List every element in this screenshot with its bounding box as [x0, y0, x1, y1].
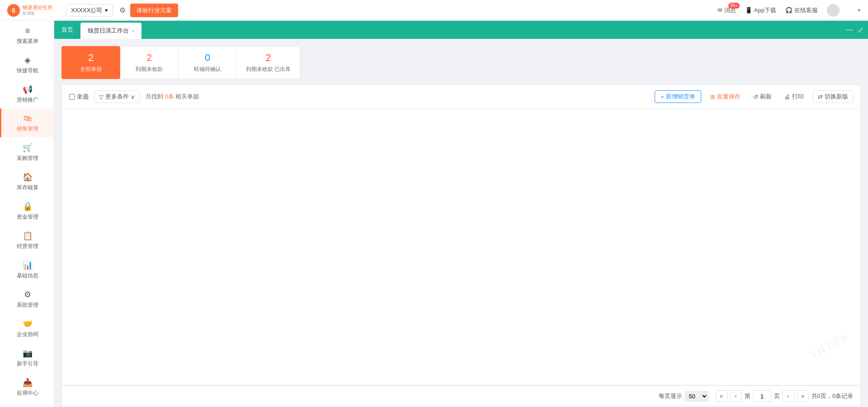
toolbar: 全选 ▽ 更多条件 ∨ 共找到 0条 相关单据 +	[61, 84, 861, 109]
sidebar-item-guide[interactable]: 📷 新手引导	[0, 343, 54, 372]
tab-home[interactable]: 首页	[54, 21, 80, 39]
tab-active[interactable]: 钱货日清工作台 ×	[80, 23, 142, 39]
logo-icon: 6	[7, 4, 20, 17]
sidebar-item-sales[interactable]: 🛍 销售管理	[0, 108, 54, 137]
select-all-input[interactable]	[69, 94, 75, 100]
sidebar-icon-inventory: 🏠	[23, 172, 33, 182]
sidebar-icon-marketing: 📢	[23, 84, 33, 94]
sidebar-item-inventory[interactable]: 🏠 库存核算	[0, 167, 54, 196]
stat-number-overdue: 2	[129, 52, 169, 64]
sidebar-item-app-center[interactable]: 📥 应用中心	[0, 372, 54, 402]
sidebar-item-enterprise[interactable]: 🤝 企业协同	[0, 313, 54, 343]
sidebar-item-search-menu[interactable]: ≡ 搜索菜单	[0, 21, 54, 50]
tab-bar: 首页 钱货日清工作台 × — ⤢	[54, 21, 868, 39]
switch-label: 切换新版	[825, 93, 848, 101]
sidebar-icon-operations: 📋	[23, 231, 33, 241]
tab-expand-icon[interactable]: ⤢	[858, 26, 863, 34]
sidebar-label-sales: 销售管理	[17, 125, 38, 133]
batch-label: 批量操作	[717, 93, 741, 101]
sidebar-icon-guide: 📷	[23, 348, 33, 358]
sidebar-icon-system: ⚙	[24, 290, 31, 299]
tab-minimize-icon[interactable]: —	[846, 26, 853, 34]
headset-icon: 🎧	[785, 7, 793, 14]
online-service-action[interactable]: 🎧 在线客服	[785, 6, 818, 14]
found-count: 0条	[165, 93, 174, 100]
print-btn[interactable]: 🖨 打印	[781, 91, 807, 103]
sidebar-icon-app-center: 📥	[23, 378, 33, 388]
sidebar-icon-search-menu: ≡	[25, 26, 30, 36]
stat-card-all[interactable]: 2 全部单据	[61, 46, 120, 79]
page-label: 第	[745, 392, 750, 400]
sidebar-item-purchase[interactable]: 🛒 采购管理	[0, 137, 54, 167]
stat-label-overdue-shipped: 到期未收款 已出库	[246, 65, 291, 73]
toolbar-right: + 新增销货单 ⊞ 批量操作 ↺ 刷新 🖨 打印	[655, 90, 853, 103]
page-end-label: 页	[774, 392, 780, 400]
avatar[interactable]	[827, 4, 840, 17]
new-sale-btn[interactable]: + 新增销货单	[655, 90, 701, 103]
experience-btn[interactable]: 体验行业方案	[130, 4, 178, 17]
new-sale-label: 新增销货单	[666, 93, 695, 101]
page-prev-btn[interactable]: ‹	[730, 390, 742, 402]
refresh-label: 刷新	[760, 93, 772, 101]
chevron-down-icon-user[interactable]: ▾	[858, 7, 861, 14]
company-name: XXXXX公司	[71, 6, 102, 14]
header-right: ✉ 消息 99+ 📱 App下载 🎧 在线客服 ▾	[717, 4, 861, 17]
switch-version-btn[interactable]: ⇄ 切换新版	[813, 90, 853, 103]
main-content: 首页 钱货日清工作台 × — ⤢ 2 全部单据 2 到期未收款	[54, 21, 868, 407]
message-badge: 99+	[728, 3, 740, 9]
filter-btn[interactable]: ▽ 更多条件 ∨	[94, 90, 140, 103]
stat-card-pending[interactable]: 0 旺铺待确认	[178, 46, 237, 79]
page-next-btn[interactable]: ›	[783, 390, 794, 402]
sidebar-item-finance[interactable]: 🔒 资金管理	[0, 196, 54, 225]
app-download-action[interactable]: 📱 App下载	[745, 6, 776, 14]
page-input[interactable]	[753, 390, 771, 402]
sidebar-label-app-center: 应用中心	[17, 389, 38, 397]
sidebar-item-base-info[interactable]: 📊 基础信息	[0, 255, 54, 284]
tab-close-icon[interactable]: ×	[132, 28, 134, 33]
pagination-bar: 每页显示 10 20 50 100 « ‹ 第 页 › » 共	[61, 385, 861, 407]
tab-bar-actions: — ⤢	[846, 26, 868, 34]
per-page-selector: 每页显示 10 20 50 100	[659, 391, 708, 402]
logo-tag: 标准版	[23, 10, 52, 16]
settings-icon[interactable]: ⚙	[119, 6, 126, 14]
company-selector[interactable]: XXXXX公司 ▾	[66, 4, 113, 17]
sidebar-label-finance: 资金管理	[17, 213, 38, 221]
sidebar-item-quick-nav[interactable]: ◈ 快捷导航	[0, 50, 54, 79]
print-icon: 🖨	[784, 94, 790, 100]
chevron-down-icon: ▾	[105, 7, 108, 14]
app-download-icon: 📱	[745, 7, 752, 14]
page-last-btn[interactable]: »	[797, 390, 809, 402]
message-action[interactable]: ✉ 消息 99+	[717, 6, 736, 14]
stat-card-overdue[interactable]: 2 到期未收款	[120, 46, 179, 79]
stat-number-all: 2	[71, 52, 111, 64]
toolbar-left: 全选 ▽ 更多条件 ∨ 共找到 0条 相关单据	[69, 90, 655, 103]
refresh-icon: ↺	[753, 94, 758, 100]
total-info: 共0页，0条记录	[811, 392, 853, 400]
stat-number-pending: 0	[188, 52, 227, 64]
sidebar-label-inventory: 库存核算	[17, 184, 38, 192]
stat-label-all: 全部单据	[71, 65, 111, 73]
sidebar-label-enterprise: 企业协同	[17, 331, 38, 338]
switch-icon: ⇄	[818, 94, 823, 100]
batch-action-btn[interactable]: ⊞ 批量操作	[707, 91, 744, 103]
stat-label-pending: 旺铺待确认	[188, 65, 227, 73]
select-all-checkbox[interactable]: 全选	[69, 93, 89, 101]
refresh-btn[interactable]: ↺ 刷新	[750, 91, 775, 103]
sidebar-icon-quick-nav: ◈	[24, 55, 31, 65]
app-download-label: App下载	[754, 6, 776, 14]
stat-card-overdue-shipped[interactable]: 2 到期未收款 已出库	[236, 46, 300, 79]
sidebar-item-wechat[interactable]: 💬 企业微信	[0, 402, 54, 407]
sidebar-item-system[interactable]: ⚙ 系统管理	[0, 284, 54, 313]
print-label: 打印	[792, 93, 804, 101]
sidebar-item-marketing[interactable]: 📢 营销推广	[0, 79, 54, 108]
batch-icon: ⊞	[710, 94, 715, 100]
chevron-filter-icon: ∨	[131, 94, 135, 100]
per-page-select[interactable]: 10 20 50 100	[685, 391, 708, 402]
page-first-btn[interactable]: «	[716, 390, 727, 402]
filter-icon: ▽	[99, 94, 104, 100]
sidebar-label-base-info: 基础信息	[17, 272, 38, 280]
pagination-controls: « ‹ 第 页 › » 共0页，0条记录	[716, 390, 853, 402]
sidebar-item-operations[interactable]: 📋 经营管理	[0, 225, 54, 255]
header-left: 6 畅捷通好生意 标准版 XXXXX公司 ▾ ⚙ 体验行业方案	[7, 4, 178, 17]
sidebar: ≡ 搜索菜单 ◈ 快捷导航 📢 营销推广 🛍 销售管理 🛒 采购管理 🏠 库存核…	[0, 21, 54, 407]
